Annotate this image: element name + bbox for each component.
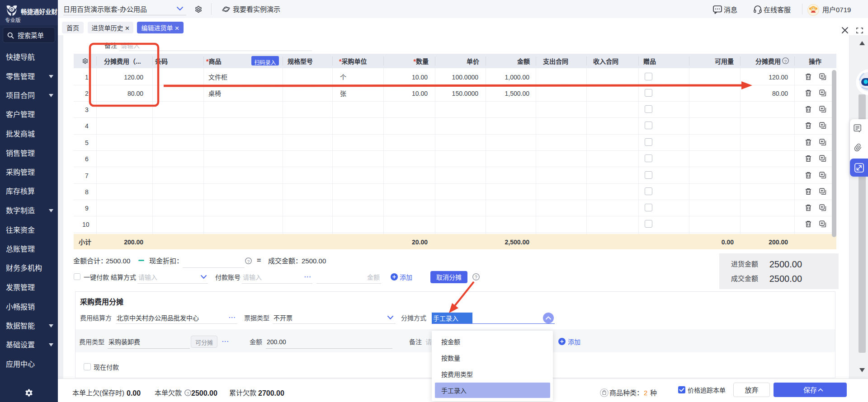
svg-text:?: ? — [475, 275, 477, 280]
svg-text:?: ? — [247, 259, 250, 264]
svg-text:?: ? — [784, 59, 787, 64]
svg-text:?: ? — [186, 391, 189, 396]
